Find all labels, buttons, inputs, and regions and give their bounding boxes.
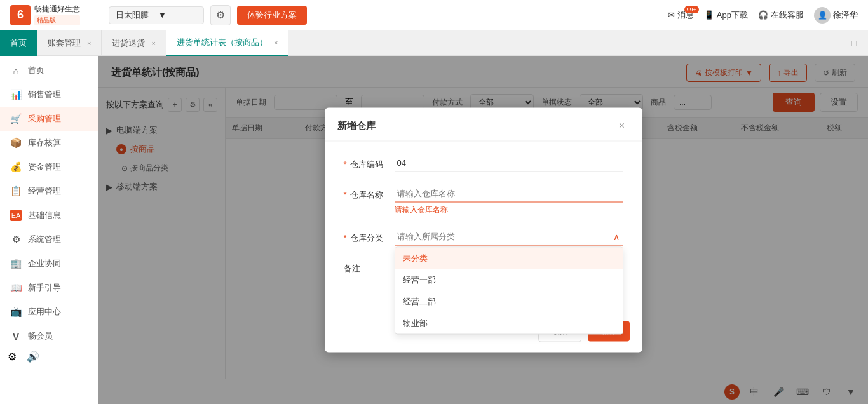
purchase-return-tab-label: 进货退货 (112, 37, 145, 49)
sidebar-item-ops[interactable]: 📋 经营管理 (0, 179, 98, 203)
modal-body: * 仓库编码 * 仓库名称 请输入仓库名称 (325, 142, 642, 313)
modal-close-button[interactable]: × (614, 118, 630, 133)
logo-text-area: 畅捷通好生意 精品版 (34, 4, 80, 26)
note-label: 备注 (344, 259, 395, 274)
code-input[interactable] (395, 154, 623, 172)
sidebar-item-guide[interactable]: 📖 新手引导 (0, 276, 98, 300)
inventory-icon: 📦 (10, 137, 22, 149)
sidebar-finance-label: 资金管理 (28, 161, 61, 173)
header-right: ✉ 消息 99+ 📱 App下载 🎧 在线客服 👤 徐泽华 (668, 7, 858, 24)
sidebar-home-label: 首页 (28, 65, 44, 76)
headset-icon: 🎧 (758, 10, 768, 20)
gear-button[interactable]: ⚙ (210, 5, 231, 25)
required-mark-category: * (344, 233, 347, 243)
online-service-item[interactable]: 🎧 在线客服 (758, 10, 804, 21)
sidebar-wrapper: ⌂ 首页 📊 销售管理 🛒 采购管理 📦 库存核算 💰 资金管理 📋 经营 (0, 58, 98, 404)
modal-header: 新增仓库 × (325, 108, 642, 142)
purchase-return-tab-close[interactable]: × (151, 39, 155, 47)
username-label: 徐泽华 (833, 10, 858, 21)
sidebar-item-enterprise[interactable]: 🏢 企业协同 (0, 252, 98, 276)
required-mark-name: * (344, 190, 347, 199)
sidebar-item-finance[interactable]: 💰 资金管理 (0, 155, 98, 179)
settings-bottom-icon[interactable]: ⚙ (8, 351, 17, 363)
new-warehouse-modal: 新增仓库 × * 仓库编码 * 仓 (325, 108, 642, 353)
online-service-label: 在线客服 (771, 10, 804, 21)
category-label: * 仓库分类 (344, 228, 395, 244)
purchase-icon: 🛒 (10, 113, 22, 125)
speaker-icon[interactable]: 🔊 (27, 351, 39, 363)
app-logo-icon: 6 (10, 5, 31, 25)
sidebar-item-sales[interactable]: 📊 销售管理 (0, 83, 98, 107)
name-field: 请输入仓库名称 (395, 185, 623, 215)
code-label: * 仓库编码 (344, 154, 395, 170)
experience-button[interactable]: 体验行业方案 (237, 6, 307, 25)
finance-icon: 💰 (10, 161, 22, 173)
user-item[interactable]: 👤 徐泽华 (814, 7, 858, 24)
tab-accounts[interactable]: 账套管理 × (37, 30, 102, 56)
form-row-code: * 仓库编码 (344, 154, 623, 172)
modal-title: 新增仓库 (337, 119, 376, 131)
home-tab-label: 首页 (10, 37, 27, 49)
name-input[interactable] (395, 185, 623, 203)
apps-icon: 📺 (10, 306, 22, 318)
vip-icon: V (10, 330, 22, 342)
sidebar-apps-label: 应用中心 (28, 306, 61, 318)
code-field (395, 154, 623, 172)
dropdown-item-none[interactable]: 未分类 (395, 248, 623, 269)
sidebar-item-vip[interactable]: V 畅会员 (0, 324, 98, 348)
sidebar-guide-label: 新手引导 (28, 282, 61, 293)
dropdown-item-property[interactable]: 物业部 (395, 313, 623, 334)
messages-item[interactable]: ✉ 消息 99+ (668, 10, 694, 21)
sales-icon: 📊 (10, 89, 22, 100)
tab-bar: 首页 账套管理 × 进货退货 × 进货单统计表（按商品） × — □ (0, 30, 868, 56)
app-edition: 精品版 (34, 15, 80, 25)
sidebar-footer: ⚙ 🔊 (0, 351, 98, 361)
tab-purchase-return[interactable]: 进货退货 × (102, 30, 166, 56)
top-header: 6 畅捷通好生意 精品版 日太阳膜 ▼ ⚙ 体验行业方案 ✉ 消息 99+ 📱 … (0, 0, 868, 30)
messages-badge: 99+ (684, 6, 699, 13)
dropdown-item-ops1[interactable]: 经营一部 (395, 269, 623, 291)
content-area: 进货单统计(按商品) 🖨 按模板打印 ▼ ↑ 导出 ↺ 刷新 (98, 56, 868, 404)
sidebar-item-system[interactable]: ⚙ 系统管理 (0, 227, 98, 252)
app-download-icon: 📱 (704, 10, 714, 20)
sidebar-base-label: 基础信息 (28, 210, 61, 221)
chevron-down-icon: ▼ (158, 10, 197, 20)
form-row-name: * 仓库名称 请输入仓库名称 (344, 185, 623, 215)
tab-minimize-button[interactable]: — (825, 34, 843, 52)
store-selector[interactable]: 日太阳膜 ▼ (109, 6, 204, 24)
sidebar-item-base[interactable]: EA 基础信息 (0, 203, 98, 227)
app-download-label: App下载 (717, 10, 748, 21)
name-error-msg: 请输入仓库名称 (395, 205, 623, 215)
sidebar-item-purchase[interactable]: 🛒 采购管理 (0, 107, 98, 131)
sidebar-purchase-label: 采购管理 (28, 113, 61, 125)
sidebar-enterprise-label: 企业协同 (28, 258, 61, 269)
store-name: 日太阳膜 (116, 10, 154, 21)
sidebar-system-label: 系统管理 (28, 234, 61, 245)
enterprise-icon: 🏢 (10, 258, 22, 269)
tab-maximize-button[interactable]: □ (845, 34, 863, 52)
name-label: * 仓库名称 (344, 185, 395, 201)
tab-purchase-stats[interactable]: 进货单统计表（按商品） × (166, 30, 288, 56)
main-layout: ⌂ 首页 📊 销售管理 🛒 采购管理 📦 库存核算 💰 资金管理 📋 经营 (0, 56, 868, 404)
home-icon: ⌂ (10, 65, 22, 76)
sidebar-item-inventory[interactable]: 📦 库存核算 (0, 131, 98, 155)
guide-icon: 📖 (10, 282, 22, 293)
sidebar-ops-label: 经营管理 (28, 185, 61, 197)
sidebar-item-home[interactable]: ⌂ 首页 (0, 58, 98, 83)
category-input[interactable] (395, 228, 623, 246)
app-download-item[interactable]: 📱 App下载 (704, 10, 748, 21)
avatar: 👤 (814, 7, 831, 24)
header-middle: 日太阳膜 ▼ ⚙ 体验行业方案 (109, 5, 668, 25)
accounts-tab-close[interactable]: × (87, 39, 91, 47)
dropdown-item-ops2[interactable]: 经营二部 (395, 291, 623, 313)
category-dropdown: 未分类 经营一部 经营二部 物业部 (395, 247, 623, 335)
logo-area: 6 畅捷通好生意 精品版 (10, 4, 109, 26)
tab-end-buttons: — □ (825, 34, 868, 52)
sidebar-item-apps[interactable]: 📺 应用中心 (0, 300, 98, 324)
app-name: 畅捷通好生意 (34, 4, 80, 15)
message-icon: ✉ (668, 10, 675, 20)
sidebar-sales-label: 销售管理 (28, 89, 61, 100)
accounts-tab-label: 账套管理 (48, 37, 81, 49)
purchase-stats-tab-close[interactable]: × (274, 39, 278, 46)
tab-home[interactable]: 首页 (0, 30, 37, 56)
